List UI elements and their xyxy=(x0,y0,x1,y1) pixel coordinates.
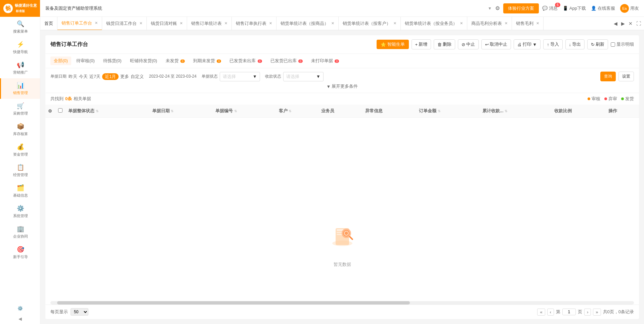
delete-btn[interactable]: 🗑 删除 xyxy=(434,39,455,49)
subtab-pending-inspect[interactable]: 待拣货(0) xyxy=(100,56,125,65)
shortcut-7days[interactable]: 近7天 xyxy=(89,74,100,80)
subtab-not-shipped[interactable]: 未发货 0 xyxy=(162,56,188,65)
th-amount[interactable]: 订单金额 ⇅ xyxy=(416,105,479,118)
tab-close-icon[interactable]: ✕ xyxy=(269,21,272,26)
tab-close-all-btn[interactable]: ✕ xyxy=(627,19,634,28)
per-page-select[interactable]: 50 100 200 xyxy=(71,308,88,316)
header-settings-icon[interactable]: ⚙ xyxy=(495,5,500,11)
app-download-btn[interactable]: 📱 App下载 xyxy=(563,5,586,11)
tab-nav-next-btn[interactable]: ▶ xyxy=(620,19,626,28)
next-page-btn[interactable]: › xyxy=(584,309,591,316)
print-btn[interactable]: 🖨 打印 ▼ xyxy=(514,39,541,49)
message-btn[interactable]: 💬 消息 6 xyxy=(542,5,558,11)
explore-industry-btn[interactable]: 体验行业方案 xyxy=(503,3,539,13)
last-page-btn[interactable]: » xyxy=(593,309,601,316)
tab-close-icon[interactable]: ✕ xyxy=(224,21,227,26)
filter-settings-btn[interactable]: 设置 xyxy=(618,72,634,81)
horizontal-scrollbar[interactable] xyxy=(50,301,634,305)
sidebar-collapse-btn[interactable]: ◀ xyxy=(0,314,40,324)
expand-conditions-btn[interactable]: ▼ 展开更多条件 xyxy=(50,83,634,89)
sidebar-item-finance[interactable]: 💰 资金管理 xyxy=(0,140,40,160)
pause-btn[interactable]: ⊘ 中止 xyxy=(458,39,479,49)
tab-sales-by-product[interactable]: 销货单统计表（按商品） ✕ xyxy=(276,17,339,30)
tab-close-icon[interactable]: ✕ xyxy=(460,21,463,26)
refresh-btn[interactable]: ↻ 刷新 xyxy=(587,39,608,49)
th-collected[interactable]: 累计收款... ⇅ xyxy=(480,105,552,118)
tab-close-icon[interactable]: ✕ xyxy=(393,21,396,26)
export-btn[interactable]: ↓ 导出 xyxy=(565,39,585,49)
th-status[interactable]: 单据整体状态 ⇅ xyxy=(66,105,149,118)
sidebar-item-guide[interactable]: 🎯 新手引导 xyxy=(0,242,40,263)
sidebar-item-enterprise[interactable]: 🏢 企业协同 xyxy=(0,222,40,242)
tab-sales-stats[interactable]: 销售订单统计表 ✕ xyxy=(187,17,232,30)
tab-close-icon[interactable]: ✕ xyxy=(95,21,98,25)
ship-action[interactable]: 发货 xyxy=(621,96,634,102)
review-action[interactable]: 审核 xyxy=(588,96,600,102)
date-range-input[interactable]: 2023-02-24 至 2023-03-24 xyxy=(149,74,196,79)
sidebar-item-system[interactable]: ⚙️ 系统管理 xyxy=(0,201,40,222)
tab-close-icon[interactable]: ✕ xyxy=(331,21,334,26)
th-date[interactable]: 单据日期 ⇅ xyxy=(149,105,213,118)
sidebar-item-quicknav[interactable]: ⚡ 快捷导航 xyxy=(0,37,40,58)
scrollbar-thumb[interactable] xyxy=(57,301,410,305)
th-settings[interactable]: ⚙ xyxy=(45,105,55,118)
tab-cash-reconcile[interactable]: 钱货日清对账 ✕ xyxy=(147,17,187,30)
tab-home[interactable]: 首页 xyxy=(40,17,57,30)
subtab-shipped-not-out[interactable]: 已发货未出库 0 xyxy=(226,56,265,65)
tab-sales-workbench[interactable]: 销售订单工作台 ✕ xyxy=(57,17,102,30)
sidebar-item-sales[interactable]: 📊 销售管理 xyxy=(0,78,40,99)
subtab-wangpu[interactable]: 旺铺待发货(0) xyxy=(127,56,161,65)
tab-sales-by-staff[interactable]: 销货单统计表（按业务员） ✕ xyxy=(401,17,467,30)
sidebar-item-basic[interactable]: 🗂️ 基础信息 xyxy=(0,181,40,201)
th-number[interactable]: 单据编号 ⇅ xyxy=(213,105,276,118)
shortcut-custom[interactable]: 自定义 xyxy=(131,74,144,80)
add-btn[interactable]: + 新增 xyxy=(412,39,431,49)
th-checkbox[interactable] xyxy=(55,105,66,118)
cancel-pause-btn[interactable]: ↩ 取消中止 xyxy=(481,39,511,49)
show-detail-input[interactable] xyxy=(611,42,615,47)
sidebar-item-inventory[interactable]: 📦 库存核算 xyxy=(0,119,40,140)
page-input[interactable] xyxy=(562,309,576,315)
prev-page-btn[interactable]: ‹ xyxy=(547,309,554,316)
sidebar-item-operations[interactable]: 📋 经营管理 xyxy=(0,160,40,181)
subtab-all[interactable]: 全部(0) xyxy=(50,56,71,65)
tab-product-margin[interactable]: 商品毛利分析表 ✕ xyxy=(467,17,512,30)
subtab-pending-review[interactable]: 待审核(0) xyxy=(73,56,98,65)
tab-cash-daily[interactable]: 钱货日清工作台 ✕ xyxy=(102,17,147,30)
dropdown-arrow-icon[interactable]: ▼ xyxy=(488,6,492,11)
query-btn[interactable]: 查询 xyxy=(600,72,616,81)
tab-maximize-btn[interactable]: ⛶ xyxy=(635,19,642,28)
tab-close-icon[interactable]: ✕ xyxy=(139,21,142,26)
tab-nav-prev-btn[interactable]: ◀ xyxy=(612,19,619,28)
user-menu[interactable]: Ea 用友 xyxy=(620,4,639,13)
first-page-btn[interactable]: « xyxy=(537,309,545,316)
smart-create-btn[interactable]: ⭐ 智能生单 xyxy=(377,40,409,49)
tab-sales-profit[interactable]: 销售毛利 ✕ xyxy=(512,17,544,30)
user-name: 用友 xyxy=(630,5,639,11)
tab-close-icon[interactable]: ✕ xyxy=(505,21,508,26)
shortcut-today[interactable]: 今天 xyxy=(79,74,88,80)
tab-close-icon[interactable]: ✕ xyxy=(536,21,539,26)
online-service-btn[interactable]: 👤 在线客服 xyxy=(591,5,615,11)
refresh-icon: ↻ xyxy=(591,42,595,47)
sidebar-item-marketing[interactable]: 📢 营销推广 xyxy=(0,58,40,78)
tab-sales-by-customer[interactable]: 销货单统计表（按客户） ✕ xyxy=(339,17,401,30)
shortcut-yesterday[interactable]: 昨天 xyxy=(69,74,77,80)
subtab-not-printed[interactable]: 未打印单据 0 xyxy=(308,56,342,65)
tab-sales-exec[interactable]: 销售订单执行表 ✕ xyxy=(232,17,276,30)
th-customer[interactable]: 客户 ⇅ xyxy=(276,105,319,118)
status-select[interactable]: 请选择 ▼ xyxy=(220,72,260,81)
import-btn[interactable]: ↑ 导入 xyxy=(543,39,563,49)
show-detail-checkbox[interactable]: 显示明细 xyxy=(611,41,634,47)
select-all-checkbox[interactable] xyxy=(58,108,62,113)
reject-action[interactable]: 弃审 xyxy=(604,96,617,102)
shortcut-more[interactable]: 更多 xyxy=(120,74,129,80)
sidebar-item-purchase[interactable]: 🛒 采购管理 xyxy=(0,99,40,119)
tab-close-icon[interactable]: ✕ xyxy=(180,21,183,26)
sidebar-item-search[interactable]: 🔍 搜索菜单 xyxy=(0,17,40,37)
subtab-shipped-out[interactable]: 已发货已出库 0 xyxy=(267,56,306,65)
collect-status-select[interactable]: 请选择 ▼ xyxy=(283,72,324,81)
shortcut-1month[interactable]: 近1月 xyxy=(102,73,119,80)
sidebar-settings-btn[interactable]: ⚙️ xyxy=(0,303,40,314)
subtab-overdue-ship[interactable]: 到期未发货 0 xyxy=(190,56,224,65)
